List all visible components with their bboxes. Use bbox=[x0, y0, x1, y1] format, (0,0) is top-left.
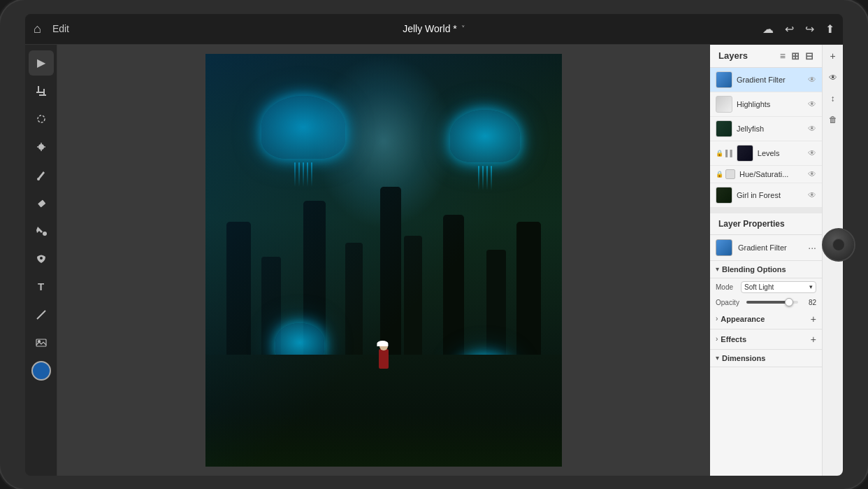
panel-gap bbox=[710, 208, 822, 213]
layer-item[interactable]: Gradient Filter 👁 bbox=[710, 68, 822, 92]
svg-point-8 bbox=[37, 178, 40, 180]
layers-icon-3[interactable]: ⊟ bbox=[805, 50, 813, 62]
layer-thumbnail bbox=[716, 187, 732, 204]
opacity-row: Opacity 82 bbox=[710, 296, 822, 309]
home-button[interactable] bbox=[822, 228, 855, 262]
visibility-toggle-icon[interactable]: 👁 bbox=[829, 73, 837, 83]
mode-label: Mode bbox=[716, 283, 737, 291]
svg-point-4 bbox=[38, 115, 45, 122]
brush-tool-button[interactable] bbox=[29, 162, 54, 187]
title-chevron-icon[interactable]: ˅ bbox=[461, 24, 465, 34]
layer-name: Levels bbox=[758, 149, 804, 157]
figure bbox=[379, 349, 389, 369]
blend-mode-select[interactable]: Soft Light ▾ bbox=[741, 281, 816, 293]
layers-icon-1[interactable]: ≡ bbox=[780, 50, 786, 62]
layer-visibility-icon[interactable]: 👁 bbox=[808, 124, 816, 134]
document-title[interactable]: Jelly World * bbox=[403, 23, 457, 34]
effects-add-button[interactable]: + bbox=[811, 334, 816, 345]
color-swatch[interactable] bbox=[31, 361, 51, 381]
clone-tool-button[interactable] bbox=[29, 246, 54, 271]
move-layer-icon[interactable]: ↕ bbox=[831, 94, 835, 104]
mask-thumbnail bbox=[725, 169, 735, 179]
top-bar-center: Jelly World * ˅ bbox=[173, 23, 695, 34]
blending-arrow-icon: ▾ bbox=[716, 265, 719, 273]
add-layer-icon[interactable]: + bbox=[830, 50, 835, 62]
prop-more-button[interactable]: ··· bbox=[808, 242, 816, 253]
canvas-area[interactable] bbox=[57, 45, 710, 476]
right-panel: Layers ≡ ⊞ ⊟ Gradient Filter 👁 bbox=[710, 45, 822, 476]
layer-thumbnail bbox=[716, 96, 732, 113]
home-icon[interactable]: ⌂ bbox=[34, 22, 41, 36]
layers-header-icons: ≡ ⊞ ⊟ bbox=[780, 50, 813, 62]
layers-icon-2[interactable]: ⊞ bbox=[791, 50, 800, 62]
share-icon[interactable]: ⬆ bbox=[825, 22, 834, 36]
dimensions-section[interactable]: ▾ Dimensions bbox=[710, 350, 822, 367]
dimensions-arrow-icon: ▾ bbox=[716, 354, 719, 362]
gradient-tool-button[interactable] bbox=[29, 302, 54, 327]
layer-item[interactable]: Girl in Forest 👁 bbox=[710, 183, 822, 208]
main-content: ▶ bbox=[25, 45, 843, 476]
layer-visibility-icon[interactable]: 👁 bbox=[808, 190, 816, 200]
blending-options-title: Blending Options bbox=[722, 265, 816, 274]
prop-thumbnail bbox=[716, 239, 732, 256]
layer-item[interactable]: Highlights 👁 bbox=[710, 92, 822, 117]
opacity-slider-thumb[interactable] bbox=[785, 298, 793, 306]
layers-panel-header: Layers ≡ ⊞ ⊟ bbox=[710, 45, 822, 68]
ferns bbox=[205, 411, 562, 467]
properties-layer-row: Gradient Filter ··· bbox=[710, 235, 822, 261]
appearance-add-button[interactable]: + bbox=[811, 313, 816, 325]
opacity-value: 82 bbox=[802, 299, 816, 306]
layer-name: Hue/Saturati... bbox=[739, 170, 804, 178]
layer-item[interactable]: Jellyfish 👁 bbox=[710, 117, 822, 141]
appearance-arrow-icon: › bbox=[716, 315, 718, 323]
undo-icon[interactable]: ↩ bbox=[785, 22, 794, 36]
layer-visibility-icon[interactable]: 👁 bbox=[808, 99, 816, 109]
cloud-icon[interactable]: ☁ bbox=[762, 22, 774, 36]
blend-mode-chevron-icon: ▾ bbox=[809, 283, 813, 290]
image-tool-button[interactable] bbox=[29, 330, 54, 355]
layer-visibility-icon[interactable]: 👁 bbox=[808, 169, 816, 179]
tablet-device: ⌂ Edit Jelly World * ˅ ☁ ↩ ↪ ⬆ ▶ bbox=[0, 0, 868, 489]
svg-rect-9 bbox=[38, 199, 45, 207]
histogram-icon: ▌▌ bbox=[725, 150, 735, 157]
select-tool-button[interactable]: ▶ bbox=[29, 50, 54, 76]
layer-item[interactable]: 🔒 Hue/Saturati... 👁 bbox=[710, 166, 822, 183]
layer-thumbnail bbox=[716, 120, 732, 137]
canvas-image bbox=[205, 54, 562, 467]
layer-visibility-icon[interactable]: 👁 bbox=[808, 75, 816, 85]
left-toolbar: ▶ bbox=[25, 45, 57, 476]
layer-item[interactable]: 🔒 ▌▌ Levels 👁 bbox=[710, 141, 822, 166]
layers-title: Layers bbox=[718, 50, 748, 61]
appearance-section[interactable]: › Appearance + bbox=[710, 309, 822, 329]
eraser-tool-button[interactable] bbox=[29, 190, 54, 215]
redo-icon[interactable]: ↪ bbox=[805, 22, 814, 36]
top-bar-left: ⌂ Edit bbox=[34, 22, 173, 36]
svg-rect-3 bbox=[39, 94, 46, 96]
appearance-title: Appearance bbox=[721, 315, 807, 323]
edit-button[interactable]: Edit bbox=[52, 23, 69, 34]
layers-panel: Layers ≡ ⊞ ⊟ Gradient Filter 👁 bbox=[710, 45, 822, 208]
properties-panel: Layer Properties Gradient Filter ··· ▾ B… bbox=[710, 213, 822, 476]
screen: ⌂ Edit Jelly World * ˅ ☁ ↩ ↪ ⬆ ▶ bbox=[25, 14, 843, 476]
fill-tool-button[interactable] bbox=[29, 218, 54, 243]
opacity-slider[interactable] bbox=[746, 301, 798, 304]
blend-mode-value: Soft Light bbox=[744, 283, 774, 291]
layer-visibility-icon[interactable]: 👁 bbox=[808, 148, 816, 158]
layer-properties-header: Layer Properties bbox=[710, 213, 822, 235]
heal-tool-button[interactable] bbox=[29, 134, 54, 160]
jellyfish-2 bbox=[450, 110, 520, 162]
effects-section[interactable]: › Effects + bbox=[710, 329, 822, 350]
svg-point-11 bbox=[40, 257, 43, 260]
delete-layer-icon[interactable]: 🗑 bbox=[829, 115, 837, 125]
layer-name: Jellyfish bbox=[737, 125, 804, 133]
layer-name: Girl in Forest bbox=[737, 191, 804, 199]
blending-options-section[interactable]: ▾ Blending Options bbox=[710, 261, 822, 278]
blend-mode-row: Mode Soft Light ▾ bbox=[710, 278, 822, 296]
opacity-slider-fill bbox=[746, 301, 789, 304]
top-bar-right: ☁ ↩ ↪ ⬆ bbox=[695, 22, 834, 36]
prop-layer-name: Gradient Filter bbox=[738, 243, 802, 252]
type-tool-button[interactable]: T bbox=[29, 274, 54, 299]
crop-tool-button[interactable] bbox=[29, 78, 54, 104]
lasso-tool-button[interactable] bbox=[29, 106, 54, 132]
effects-title: Effects bbox=[721, 335, 807, 343]
